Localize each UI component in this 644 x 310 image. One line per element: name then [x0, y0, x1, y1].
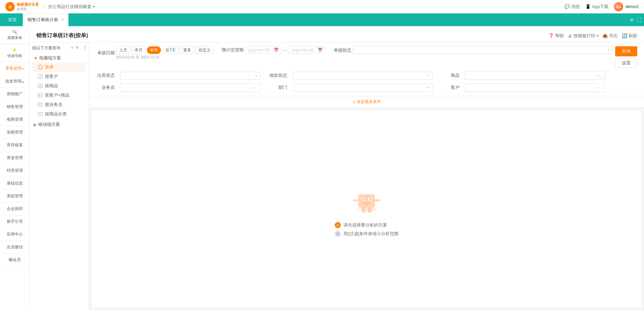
collapse-up-icon: ∧	[353, 100, 356, 104]
filter-section: 单据日期 上月 本月 本年 近7天 更多 自定义 20	[89, 42, 644, 96]
sidebar-item-inventory[interactable]: 库存核算	[0, 139, 29, 152]
shipment-status-select[interactable]: ▾	[120, 72, 260, 80]
scheme-panel-header: 按以下方案查询 + ✎ 《	[32, 45, 86, 51]
date-label: 单据日期	[96, 50, 115, 56]
tab-sales-order-stats[interactable]: 销售订单统计表 ×	[23, 13, 68, 26]
date-btn-custom[interactable]: 自定义	[196, 46, 214, 54]
sidebar-item-appcenter[interactable]: 应用中心	[0, 228, 29, 241]
sidebar-item-wechat[interactable]: 企业微信	[0, 241, 29, 254]
svg-point-2	[38, 65, 42, 69]
date-btn-this-month[interactable]: 本月	[131, 46, 146, 54]
customer-input[interactable]: ···	[465, 83, 605, 92]
scheme-item-by-order[interactable]: 按单	[32, 62, 86, 72]
sidebar-item-wholesale[interactable]: 批发管理 ▴	[0, 75, 29, 88]
sidebar-item-retail[interactable]: 零售管理 ▾	[0, 62, 29, 75]
split-view: 按以下方案查询 + ✎ 《 ▼ 电脑端方案	[30, 42, 644, 310]
doc-status-select[interactable]: ▾	[353, 46, 612, 54]
refresh-btn[interactable]: 🔄 刷新	[622, 33, 637, 39]
add-scheme-icon[interactable]: +	[71, 45, 73, 51]
scheme-category-header-mobile[interactable]: ▶ 移动端方案	[32, 120, 86, 129]
empty-tip-1: ① 请先选择要分析的方案	[335, 222, 398, 228]
date-btn-last-month[interactable]: 上月	[116, 46, 130, 54]
sidebar-item-operation[interactable]: 经营管理	[0, 164, 29, 177]
date-btn-this-year[interactable]: 本年	[147, 46, 161, 54]
app-download-btn[interactable]: 📱 App下载	[585, 4, 608, 10]
date-btn-more[interactable]: 更多	[180, 46, 194, 54]
sidebar-item-system[interactable]: 系统管理	[0, 190, 29, 203]
sidebar: 🔍 搜索菜单 ⚡ 快捷导航 零售管理 ▾ 批发管理 ▴ 营销推广 销售管理 电商…	[0, 26, 30, 310]
sidebar-item-newbie[interactable]: 新手引导	[0, 215, 29, 228]
collapse-scheme-icon[interactable]: 《	[82, 45, 86, 51]
message-icon: 💬	[565, 4, 570, 9]
main-layout: 🔍 搜索菜单 ⚡ 快捷导航 零售管理 ▾ 批发管理 ▴ 营销推广 销售管理 电商…	[0, 26, 644, 310]
help-icon: ❓	[548, 33, 554, 38]
sidebar-search[interactable]: 🔍 搜索菜单	[0, 26, 29, 44]
sidebar-item-finance[interactable]: 资金管理	[0, 152, 29, 164]
svg-text:品: 品	[39, 85, 42, 88]
user-area[interactable]: Ea demo2	[614, 2, 639, 11]
query-actions: 查询 设置	[615, 46, 637, 68]
sidebar-item-ecommerce[interactable]: 电商管理	[0, 113, 29, 126]
filter-row-2: 出库状态 ▾ 收款状态 ▾ 商品 ···	[96, 71, 637, 80]
export-icon: 📤	[602, 33, 608, 38]
top-header: 好 畅捷通好生意 标准版 | 办公用品行业模拟账套 ▾ 💬 消息 📱 App下载…	[0, 0, 644, 13]
window-maximize-icon[interactable]: ⛶	[637, 17, 641, 22]
salesperson-icon	[38, 102, 43, 107]
print-icon: 🖨	[568, 33, 572, 38]
scheme-panel-icons: + ✎ 《	[71, 45, 86, 51]
sidebar-item-sales[interactable]: 销售管理	[0, 101, 29, 113]
svg-point-21	[370, 199, 371, 200]
sidebar-item-marketing[interactable]: 营销推广	[0, 88, 29, 101]
query-btn[interactable]: 查询	[615, 46, 637, 56]
scheme-item-by-category[interactable]: 按商品分类	[32, 109, 86, 119]
window-close-icon[interactable]: ✕	[630, 17, 634, 22]
svg-rect-12	[38, 112, 42, 116]
breadcrumb-sep: |	[43, 4, 44, 9]
tab-bar-right: ✕ ⛶	[630, 17, 641, 22]
sidebar-item-member[interactable]: 畅会员	[0, 254, 29, 266]
shipment-label: 出库状态	[96, 72, 115, 79]
sidebar-item-collab[interactable]: 企业协同	[0, 203, 29, 215]
svg-text:客+: 客+	[38, 94, 42, 97]
export-btn[interactable]: 📤 导出	[602, 33, 618, 39]
department-label: 部门	[268, 85, 287, 91]
sidebar-item-basic[interactable]: 基础信息	[0, 177, 29, 190]
goods-label: 商品	[441, 72, 460, 79]
scheme-item-by-salesperson[interactable]: 按业务员	[32, 100, 86, 109]
collapse-bar[interactable]: ∧ 收起更多条件	[89, 96, 644, 108]
salesperson-input[interactable]: ···	[120, 83, 260, 92]
scheme-item-by-customer-product[interactable]: 客+ 按客户+商品	[32, 91, 86, 100]
product-icon: 品	[38, 83, 43, 89]
tab-home[interactable]: 首页	[3, 13, 22, 26]
scheme-category-header-desktop[interactable]: ▼ 电脑端方案	[32, 54, 86, 62]
sidebar-item-purchase[interactable]: 采购管理	[0, 126, 29, 139]
svg-text:好: 好	[8, 5, 12, 9]
date-btn-last7[interactable]: 近7天	[162, 46, 179, 54]
sidebar-shortcut[interactable]: ⚡ 快捷导航	[0, 44, 29, 62]
customer-dots-icon[interactable]: ···	[595, 85, 602, 90]
print-btn[interactable]: 🖨 按模板打印 ▾	[568, 33, 598, 39]
date-end-input[interactable]: yyyy-mm-dd 📅	[289, 46, 326, 54]
edit-scheme-icon[interactable]: ✎	[75, 45, 79, 51]
customer-label: 客户	[441, 85, 460, 91]
help-btn[interactable]: ❓ 帮助	[548, 33, 564, 39]
message-btn[interactable]: 💬 消息	[565, 4, 580, 10]
goods-dots-icon[interactable]: ···	[595, 73, 602, 78]
date-start-input[interactable]: yyyy-mm-dd 📅	[245, 46, 282, 54]
avatar: Ea	[614, 2, 623, 11]
download-icon: 📱	[585, 4, 591, 9]
goods-input[interactable]: ···	[465, 71, 605, 80]
page-selector[interactable]: 办公用品行业模拟账套 ▾	[48, 4, 95, 10]
settings-btn[interactable]: 设置	[615, 58, 637, 68]
scheme-item-by-product[interactable]: 品 按商品	[32, 81, 86, 91]
salesperson-dots-icon[interactable]: ···	[251, 85, 257, 90]
svg-rect-23	[375, 199, 380, 201]
expected-delivery-label: 预计交货期	[222, 47, 244, 53]
payment-status-select[interactable]: ▾	[292, 72, 433, 80]
scheme-item-by-customer[interactable]: 人 按客户	[32, 72, 86, 81]
category-icon	[38, 111, 43, 117]
department-select[interactable]: ▾	[292, 84, 433, 92]
chevron-down-icon: ▾	[428, 73, 430, 78]
print-chevron-icon: ▾	[597, 34, 598, 38]
tab-close-icon[interactable]: ×	[61, 17, 64, 22]
